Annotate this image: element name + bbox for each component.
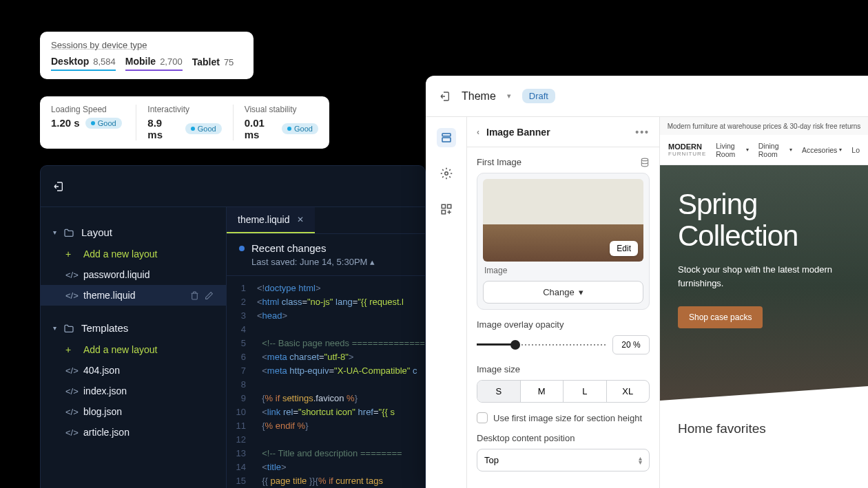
position-label: Desktop content position [477,433,650,443]
favorites-heading: Home favorites [660,406,868,443]
layout-group[interactable]: ▾ Layout [41,221,226,244]
code-file-icon: </> [65,290,76,301]
size-m[interactable]: M [521,381,564,402]
edit-button[interactable]: Edit [610,241,638,256]
nav-dining[interactable]: Dining Room▾ [758,142,792,158]
chevron-down-icon[interactable]: ▾ [507,92,511,100]
svg-rect-1 [442,138,451,142]
promo-bar: Modern furniture at warehouse prices & 3… [660,117,868,135]
file-blog[interactable]: </>blog.json [41,401,226,422]
add-template[interactable]: + Add a new layout [41,339,226,360]
file-index[interactable]: </>index.json [41,381,226,401]
chevron-left-icon[interactable]: ‹ [477,127,479,137]
chevron-down-icon: ▾ [53,324,56,332]
size-xl[interactable]: XL [607,381,650,402]
hero-title-1: Spring [678,189,850,220]
image-card: Edit Image Change ▾ [477,173,650,310]
code-file-icon: </> [65,427,76,438]
preview: Modern furniture at warehouse prices & 3… [660,117,868,488]
first-image-label: First Image [477,157,521,167]
select-arrows-icon: ▴▾ [639,456,642,465]
icon-rail [426,117,467,488]
svg-rect-3 [442,204,445,208]
database-icon[interactable] [640,158,650,167]
svg-point-2 [444,172,448,176]
apps-icon[interactable] [437,200,456,219]
file-tree: ▾ Layout + Add a new layout </> password… [41,207,227,488]
hero-title-2: Collection [678,220,850,252]
size-s[interactable]: S [477,381,521,402]
store-nav: MODERN FURNITURE Living Room▾ Dining Roo… [660,135,868,165]
size-segment: S M L XL [477,380,650,403]
session-mobile[interactable]: Mobile 2,700 [125,56,183,71]
image-thumbnail[interactable]: Edit [483,179,643,262]
opacity-label: Image overlay opacity [477,319,650,330]
svg-rect-4 [447,204,451,208]
svg-rect-0 [442,134,451,136]
chevron-up-icon[interactable]: ▴ [370,257,375,267]
hero-cta-button[interactable]: Shop case packs [678,306,763,328]
gear-icon[interactable] [437,164,456,183]
change-button[interactable]: Change ▾ [483,281,643,304]
exit-icon[interactable] [440,91,451,102]
theme-title[interactable]: Theme [462,90,496,103]
tab-bar: theme.liquid ✕ [227,207,425,234]
folder-icon [63,228,74,237]
thumb-label: Image [484,266,643,275]
more-icon[interactable]: ••• [635,127,650,138]
svg-rect-5 [442,211,445,214]
file-theme[interactable]: </> theme.liquid [41,285,226,306]
size-l[interactable]: L [564,381,607,402]
settings-panel: ‹ Image Banner ••• First Image Edit Imag… [467,117,660,488]
opacity-input[interactable]: 20 % [612,335,650,354]
opacity-slider[interactable] [477,344,606,346]
dot-icon [239,246,245,251]
recent-changes[interactable]: Recent changes Last saved: June 14, 5:30… [227,234,425,276]
svg-point-6 [641,158,648,161]
nav-accessories[interactable]: Accesories▾ [802,146,842,154]
file-404[interactable]: </>404.json [41,360,226,381]
hero-subtitle: Stock your shop with the latest modern f… [678,263,850,290]
good-badge: Good [185,123,222,134]
chevron-down-icon: ▾ [579,287,583,297]
file-article[interactable]: </>article.json [41,422,226,443]
theme-header: Theme ▾ Draft [426,76,868,117]
sections-icon[interactable] [437,128,456,147]
session-tablet[interactable]: Tablet 75 [192,56,234,70]
tab-theme[interactable]: theme.liquid ✕ [227,207,315,233]
code-content[interactable]: 123456789101112131415 <!doctype html> <h… [227,276,425,488]
session-desktop[interactable]: Desktop 8,584 [51,56,116,71]
code-file-icon: </> [65,386,76,396]
chevron-down-icon: ▾ [839,147,842,153]
perf-interactivity: Interactivity 8.9 ms Good [136,105,233,140]
use-image-size-checkbox[interactable]: Use first image size for section height [477,412,650,423]
trash-icon[interactable] [190,291,199,300]
perf-visual: Visual stability 0.01 ms Good [234,105,329,140]
perf-loading: Loading Speed 1.20 s Good [40,105,136,140]
add-layout[interactable]: + Add a new layout [41,244,226,264]
chevron-down-icon: ▾ [789,147,792,153]
code-file-icon: </> [65,407,76,417]
close-icon[interactable]: ✕ [297,215,304,224]
templates-group[interactable]: ▾ Templates [41,317,226,339]
theme-editor: Theme ▾ Draft ‹ Image Banner ••• First I… [426,76,868,488]
exit-icon[interactable] [53,181,64,192]
code-file-icon: </> [65,365,76,376]
pencil-icon[interactable] [205,291,214,300]
good-badge: Good [282,123,318,134]
folder-icon [63,323,74,333]
code-editor: ▾ Layout + Add a new layout </> password… [40,165,426,488]
plus-icon: + [65,344,76,355]
draft-badge: Draft [522,89,555,103]
good-badge: Good [85,118,122,129]
store-logo[interactable]: MODERN FURNITURE [668,143,706,157]
sessions-card: Sessions by device type Desktop 8,584 Mo… [40,32,254,79]
file-password[interactable]: </> password.liquid [41,264,226,285]
position-select[interactable]: Top ▴▾ [477,449,650,471]
checkbox-icon[interactable] [477,412,488,423]
nav-living[interactable]: Living Room▾ [716,142,749,158]
performance-card: Loading Speed 1.20 s Good Interactivity … [40,96,329,149]
plus-icon: + [65,248,76,259]
chevron-down-icon: ▾ [746,147,749,153]
nav-more[interactable]: Lo [851,146,860,154]
